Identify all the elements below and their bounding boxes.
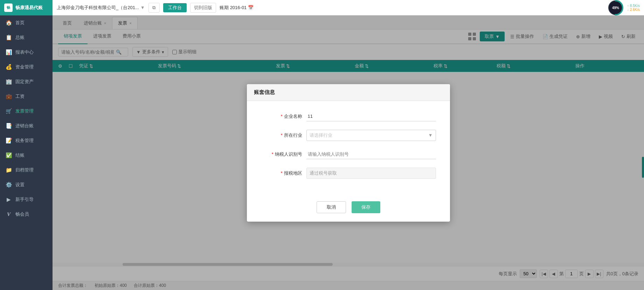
sidebar-item-label: 发票管理 (15, 108, 34, 114)
header: 上海卯金刀电子科技有限公司_（台201... ▼ ⧉ 工作台 切到旧版 账期 2… (53, 0, 644, 15)
progress-circle: 49% (607, 0, 624, 16)
ledger-icon: 📋 (6, 34, 12, 41)
salary-icon: 💼 (6, 93, 12, 100)
sidebar-item-label: 税务管理 (15, 137, 34, 144)
workbench-button[interactable]: 工作台 (163, 3, 187, 12)
settings-icon: ⚙️ (6, 182, 12, 188)
sidebar-item-purchase-sales[interactable]: 📑 进销台账 (0, 119, 53, 133)
sidebar-item-label: 报表中心 (15, 49, 34, 55)
invoice-icon: 🛒 (6, 108, 12, 114)
reports-icon: 📊 (6, 49, 12, 55)
sidebar-item-member[interactable]: V 畅会员 (0, 207, 53, 222)
switch-version-button[interactable]: 切到旧版 (190, 3, 216, 13)
chevron-down-icon: ▼ (428, 133, 433, 138)
sidebar-item-label: 归档管理 (15, 167, 34, 173)
logo-icon: 畅 (4, 4, 13, 12)
dialog-title: 账套信息 (254, 89, 275, 95)
sidebar-item-label: 新手引导 (15, 196, 34, 203)
app-logo: 畅 畅康通易代账 (0, 0, 53, 15)
sidebar-item-ledger[interactable]: 📋 总账 (0, 30, 53, 45)
form-row-tax-region: * 报税地区 通过税号获取 (261, 168, 436, 179)
industry-placeholder: 请选择行业 (310, 132, 332, 139)
dialog-header: 账套信息 (247, 84, 450, 101)
network-stats: ↑ 8.5K/s ↓ 2.6K/s (627, 4, 640, 12)
purchase-sales-icon: 📑 (6, 123, 12, 129)
download-speed: ↓ 2.6K/s (627, 8, 640, 12)
copy-icon: ⧉ (152, 5, 155, 11)
sidebar-item-settlement[interactable]: ✅ 结账 (0, 148, 53, 163)
industry-select[interactable]: 请选择行业 ▼ (306, 130, 436, 141)
sidebar-item-label: 设置 (15, 182, 25, 188)
sidebar-item-salary[interactable]: 💼 工资 (0, 89, 53, 104)
dialog-footer: 取消 保存 (247, 198, 450, 222)
tax-icon: 📝 (6, 137, 12, 144)
copy-button[interactable]: ⧉ (148, 3, 160, 13)
calendar-icon[interactable]: 📅 (248, 5, 254, 10)
header-right: 49% ↑ 8.5K/s ↓ 2.6K/s (607, 0, 640, 16)
main-area: 上海卯金刀电子科技有限公司_（台201... ▼ ⧉ 工作台 切到旧版 账期 2… (53, 0, 644, 290)
sidebar-item-capital[interactable]: 💰 资金管理 (0, 60, 53, 74)
form-row-tax-id: * 纳税人识别号 (261, 149, 436, 159)
fixed-assets-icon: 🏢 (6, 79, 12, 85)
sidebar: 畅 畅康通易代账 🏠 首页 📋 总账 📊 报表中心 💰 资金管理 🏢 固定资产 … (0, 0, 53, 290)
tax-id-label: * 纳税人识别号 (261, 151, 306, 157)
sidebar-item-label: 总账 (15, 34, 25, 41)
tax-region-field: 通过税号获取 (306, 168, 436, 179)
sidebar-item-archive[interactable]: 📁 归档管理 (0, 163, 53, 177)
form-row-company: * 企业名称 (261, 112, 436, 121)
tax-region-label: * 报税地区 (261, 170, 306, 176)
sidebar-item-label: 资金管理 (15, 64, 34, 70)
logo-text: 畅康通易代账 (15, 5, 43, 11)
sidebar-item-tax[interactable]: 📝 税务管理 (0, 133, 53, 148)
svg-text:49%: 49% (612, 6, 619, 10)
sidebar-item-fixed-assets[interactable]: 🏢 固定资产 (0, 74, 53, 89)
company-selector[interactable]: 上海卯金刀电子科技有限公司_（台201... ▼ (57, 5, 145, 11)
chevron-down-icon: ▼ (140, 5, 145, 10)
company-name: 上海卯金刀电子科技有限公司_（台201... (57, 5, 139, 11)
guide-icon: ▶ (6, 196, 12, 203)
period-label: 账期 (220, 5, 229, 11)
form-row-industry: * 所在行业 请选择行业 ▼ (261, 130, 436, 141)
company-name-input[interactable] (306, 112, 436, 121)
sidebar-item-label: 首页 (15, 20, 25, 26)
sidebar-item-guide[interactable]: ▶ 新手引导 (0, 192, 53, 207)
dialog-body: * 企业名称 * 所在行业 请选择行业 ▼ (247, 101, 450, 198)
period-value: 2016-01 (230, 5, 247, 10)
tax-id-input[interactable] (306, 149, 436, 159)
period-display: 账期 2016-01 📅 (220, 5, 254, 11)
modal-overlay[interactable]: 账套信息 * 企业名称 * 所在行业 (53, 15, 644, 290)
sidebar-item-settings[interactable]: ⚙️ 设置 (0, 177, 53, 192)
settlement-icon: ✅ (6, 152, 12, 159)
home-icon: 🏠 (6, 20, 12, 26)
industry-label: * 所在行业 (261, 132, 306, 139)
sidebar-item-label: 结账 (15, 152, 25, 159)
sidebar-item-reports[interactable]: 📊 报表中心 (0, 45, 53, 60)
archive-icon: 📁 (6, 167, 12, 173)
save-button[interactable]: 保存 (352, 201, 380, 213)
capital-icon: 💰 (6, 64, 12, 70)
sidebar-item-home[interactable]: 🏠 首页 (0, 15, 53, 30)
sidebar-item-label: 固定资产 (15, 79, 34, 85)
cancel-button[interactable]: 取消 (317, 201, 346, 213)
sidebar-item-label: 进销台账 (15, 123, 34, 129)
sidebar-item-label: 工资 (15, 93, 25, 100)
tax-region-placeholder: 通过税号获取 (310, 170, 337, 176)
member-icon: V (6, 211, 12, 217)
company-name-label: * 企业名称 (261, 113, 306, 120)
sidebar-item-invoice[interactable]: 🛒 发票管理 (0, 104, 53, 119)
dialog: 账套信息 * 企业名称 * 所在行业 (247, 84, 450, 222)
sidebar-item-label: 畅会员 (15, 211, 29, 217)
upload-speed: ↑ 8.5K/s (627, 4, 640, 8)
